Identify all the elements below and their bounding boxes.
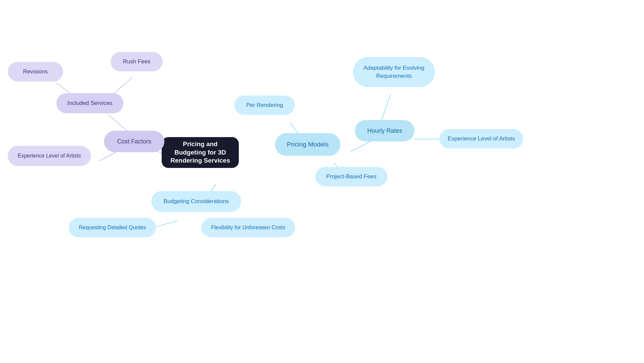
node-cost-factors[interactable]: Cost Factors	[104, 131, 164, 152]
node-experience-artists-right[interactable]: Experience Level of Artists	[439, 129, 523, 148]
node-flexibility[interactable]: Flexibility for Unforeseen Costs	[201, 218, 295, 237]
node-per-rendering[interactable]: Per Rendering	[234, 96, 295, 115]
node-rush-fees[interactable]: Rush Fees	[111, 52, 163, 71]
node-hourly-rates[interactable]: Hourly Rates	[355, 120, 415, 141]
node-revisions[interactable]: Revisions	[8, 62, 63, 81]
center-node[interactable]: Pricing and Budgeting for 3D Rendering S…	[162, 137, 239, 168]
node-experience-artists-left[interactable]: Experience Level of Artists	[8, 146, 91, 166]
node-budgeting-considerations[interactable]: Budgeting Considerations	[151, 191, 241, 212]
node-included-services[interactable]: Included Services	[56, 93, 123, 113]
node-project-based-fees[interactable]: Project-Based Fees	[315, 167, 387, 186]
node-pricing-models[interactable]: Pricing Models	[275, 133, 340, 156]
node-requesting-quotes[interactable]: Requesting Detailed Quotes	[69, 218, 156, 237]
node-adaptability[interactable]: Adaptability for Evolving Requirements	[353, 57, 435, 87]
